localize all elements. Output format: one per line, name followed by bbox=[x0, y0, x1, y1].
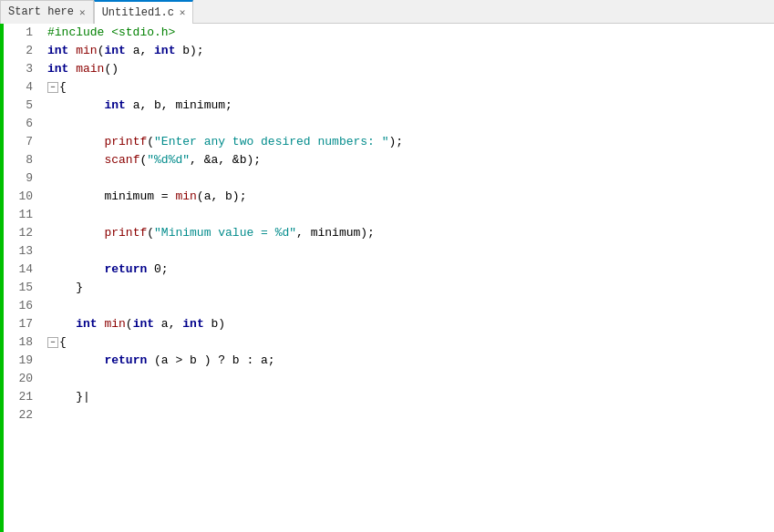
line-numbers: 12345678910111213141516171819202122 bbox=[4, 24, 40, 532]
code-line-18: −{ bbox=[47, 333, 767, 352]
code-text: ( bbox=[147, 135, 154, 148]
code-text bbox=[47, 317, 76, 331]
tab-untitled1-close[interactable]: ✕ bbox=[180, 6, 186, 18]
code-line-3: int main() bbox=[47, 60, 767, 78]
line-number-16: 16 bbox=[11, 297, 33, 315]
code-line-21: }| bbox=[47, 388, 767, 406]
function-name: min bbox=[76, 44, 97, 57]
code-text: ); bbox=[389, 135, 404, 148]
function-name: min bbox=[175, 189, 196, 203]
code-line-12: printf("Minimum value = %d", minimum); bbox=[47, 224, 767, 242]
line-number-22: 22 bbox=[11, 406, 33, 425]
line-number-19: 19 bbox=[11, 352, 33, 370]
line-number-20: 20 bbox=[11, 370, 33, 388]
keyword: int bbox=[154, 44, 175, 57]
keyword: int bbox=[104, 44, 125, 57]
tab-start-here[interactable]: Start here ✕ bbox=[0, 0, 94, 24]
line-number-2: 2 bbox=[11, 42, 33, 60]
line-number-11: 11 bbox=[11, 206, 33, 224]
code-text bbox=[47, 135, 104, 148]
code-line-13 bbox=[47, 242, 767, 261]
code-line-14: return 0; bbox=[47, 261, 767, 279]
code-line-11 bbox=[47, 206, 767, 224]
line-number-15: 15 bbox=[11, 279, 33, 297]
line-number-8: 8 bbox=[11, 151, 33, 169]
tab-start-here-close[interactable]: ✕ bbox=[79, 6, 86, 18]
code-line-7: printf("Enter any two desired numbers: "… bbox=[47, 133, 767, 151]
code-line-17: int min(int a, int b) bbox=[47, 315, 767, 333]
code-line-10: minimum = min(a, b); bbox=[47, 188, 767, 206]
string-literal: "%d%d" bbox=[147, 153, 190, 167]
keyword: int bbox=[182, 317, 203, 331]
line-number-21: 21 bbox=[11, 388, 33, 406]
line-number-14: 14 bbox=[11, 261, 33, 279]
code-text: } bbox=[47, 281, 83, 294]
code-text bbox=[47, 262, 104, 276]
code-line-20 bbox=[47, 370, 767, 388]
code-line-6 bbox=[47, 115, 767, 133]
code-text bbox=[47, 226, 104, 240]
line-number-5: 5 bbox=[11, 97, 33, 115]
code-text: (a, b); bbox=[197, 189, 247, 203]
line-number-6: 6 bbox=[11, 115, 33, 133]
preprocessor: #include <stdio.h> bbox=[47, 26, 175, 39]
code-line-15: } bbox=[47, 279, 767, 297]
code-line-9 bbox=[47, 169, 767, 188]
line-number-3: 3 bbox=[11, 60, 33, 78]
code-text: (a > b ) ? b : a; bbox=[147, 353, 274, 367]
code-text bbox=[47, 153, 104, 167]
function-name: printf bbox=[104, 226, 147, 240]
line-number-1: 1 bbox=[11, 24, 33, 42]
string-literal: "Enter any two desired numbers: " bbox=[154, 135, 388, 148]
string-literal: "Minimum value = %d" bbox=[154, 226, 296, 240]
keyword: int bbox=[104, 98, 125, 112]
code-text: b); bbox=[175, 44, 203, 57]
code-text: b) bbox=[204, 317, 225, 331]
code-text: { bbox=[59, 335, 67, 349]
tab-untitled1-label: Untitled1.c bbox=[102, 6, 174, 19]
code-line-4: −{ bbox=[47, 78, 767, 97]
code-line-16 bbox=[47, 297, 767, 315]
code-line-22 bbox=[47, 406, 767, 425]
code-text: () bbox=[104, 62, 119, 76]
code-line-2: int min(int a, int b); bbox=[47, 42, 767, 60]
code-content[interactable]: #include <stdio.h>int min(int a, int b);… bbox=[40, 24, 774, 532]
code-line-8: scanf("%d%d", &a, &b); bbox=[47, 151, 767, 169]
code-line-19: return (a > b ) ? b : a; bbox=[47, 352, 767, 370]
editor-area: 12345678910111213141516171819202122 #inc… bbox=[0, 24, 774, 532]
line-number-10: 10 bbox=[11, 188, 33, 206]
keyword: int bbox=[47, 44, 68, 57]
line-number-9: 9 bbox=[11, 169, 33, 188]
code-text bbox=[47, 98, 104, 112]
collapse-button[interactable]: − bbox=[47, 337, 58, 348]
code-text: { bbox=[59, 80, 67, 94]
code-text: a, bbox=[126, 44, 154, 57]
line-number-17: 17 bbox=[11, 315, 33, 333]
function-name: printf bbox=[104, 135, 147, 148]
keyword: int bbox=[76, 317, 97, 331]
line-number-18: 18 bbox=[11, 333, 33, 352]
collapse-button[interactable]: − bbox=[47, 82, 58, 93]
code-text: ( bbox=[126, 317, 133, 331]
tab-start-here-label: Start here bbox=[8, 5, 74, 18]
line-number-13: 13 bbox=[11, 242, 33, 261]
keyword: return bbox=[104, 262, 147, 276]
code-line-5: int a, b, minimum; bbox=[47, 97, 767, 115]
function-name: main bbox=[76, 62, 104, 76]
code-text: a, b, minimum; bbox=[126, 98, 232, 112]
line-number-12: 12 bbox=[11, 224, 33, 242]
function-name: scanf bbox=[104, 153, 139, 167]
tab-bar: Start here ✕ Untitled1.c ✕ bbox=[0, 0, 774, 24]
line-number-7: 7 bbox=[11, 133, 33, 151]
keyword: return bbox=[104, 353, 147, 367]
code-text: }| bbox=[47, 390, 90, 404]
code-text: , minimum); bbox=[296, 226, 375, 240]
code-text: ( bbox=[147, 226, 154, 240]
tab-untitled1[interactable]: Untitled1.c ✕ bbox=[94, 0, 194, 24]
code-text bbox=[47, 353, 104, 367]
code-text: , &a, &b); bbox=[190, 153, 261, 167]
function-name: min bbox=[104, 317, 125, 331]
line-number-4: 4 bbox=[11, 78, 33, 97]
code-text: 0; bbox=[147, 262, 168, 276]
keyword: int bbox=[133, 317, 154, 331]
